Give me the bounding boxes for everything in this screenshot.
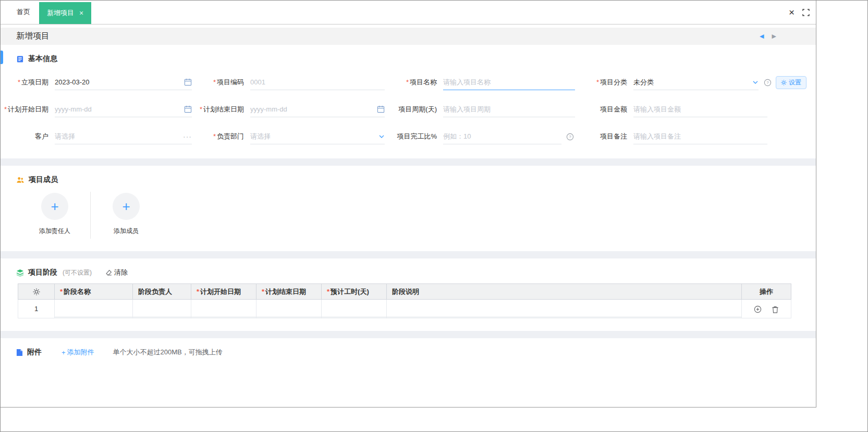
phases-header: 项目阶段 (可不设置) 清除 <box>1 258 816 277</box>
required-mark: * <box>406 78 409 86</box>
phase-plan-end-input[interactable] <box>256 300 321 317</box>
add-owner-button[interactable]: + 添加责任人 <box>27 193 83 236</box>
help-icon[interactable]: ? <box>764 79 772 87</box>
add-member-circle[interactable]: + <box>113 193 140 220</box>
page-header: 新增项目 ◀ ▶ <box>1 28 816 45</box>
project-period-control <box>443 102 575 117</box>
phase-est-hours-input[interactable] <box>322 300 386 317</box>
project-name-control <box>443 75 575 90</box>
col-header-plan-start: *计划开始日期 <box>191 284 256 300</box>
phase-owner-input[interactable] <box>133 300 191 317</box>
plan-start-label: *计划开始日期 <box>1 105 55 114</box>
project-category-label-text: 项目分类 <box>600 78 627 86</box>
help-icon[interactable]: ? <box>566 133 574 141</box>
column-settings-gear-icon[interactable] <box>33 288 40 295</box>
required-mark: * <box>213 132 216 140</box>
col-header-text: 阶段说明 <box>392 288 419 295</box>
page-title: 新增项目 <box>16 31 50 42</box>
calendar-icon[interactable] <box>184 105 192 113</box>
chevron-down-icon[interactable] <box>378 133 385 140</box>
customer-input[interactable] <box>55 129 180 144</box>
prev-arrow-icon[interactable]: ◀ <box>760 33 764 40</box>
col-header-phase-owner: 阶段负责人 <box>133 284 191 300</box>
col-header-text: 计划开始日期 <box>200 288 241 295</box>
field-plan-start: *计划开始日期 <box>1 101 196 118</box>
project-category-control <box>633 75 759 90</box>
required-mark: * <box>18 78 20 86</box>
department-select[interactable] <box>250 129 375 144</box>
col-header-text: 预计工时(天) <box>331 288 369 295</box>
phase-description-input[interactable] <box>387 300 741 317</box>
add-row-icon[interactable] <box>754 305 762 313</box>
gear-icon <box>781 80 787 85</box>
completion-pct-control <box>443 129 561 144</box>
members-divider <box>90 192 91 239</box>
add-owner-label: 添加责任人 <box>39 227 70 236</box>
calendar-icon[interactable] <box>377 105 385 113</box>
calendar-icon[interactable] <box>184 78 192 86</box>
plan-end-input[interactable] <box>250 102 374 117</box>
plan-start-input[interactable] <box>55 102 181 117</box>
next-arrow-icon[interactable]: ▶ <box>772 33 776 40</box>
delete-row-icon[interactable] <box>772 305 779 313</box>
plus-icon: + <box>51 200 58 213</box>
clear-icon <box>105 269 112 276</box>
project-period-input[interactable] <box>443 102 575 117</box>
project-amount-label-text: 项目金额 <box>600 105 627 113</box>
add-attachment-button[interactable]: + 添加附件 <box>62 348 94 357</box>
tab-home[interactable]: 首页 <box>8 1 39 24</box>
col-header-text: 阶段负责人 <box>138 288 172 295</box>
attachments-header: 附件 + 添加附件 单个大小不超过200MB，可拖拽上传 <box>1 338 816 357</box>
members-row: + 添加责任人 + 添加成员 <box>1 193 816 239</box>
sidebar-toggle[interactable] <box>1 51 3 64</box>
plus-icon: + <box>62 349 66 356</box>
department-control <box>250 129 385 144</box>
required-mark: * <box>4 105 7 113</box>
project-code-label-text: 项目编码 <box>217 78 244 86</box>
section-divider <box>1 331 816 338</box>
project-remark-input[interactable] <box>633 129 767 144</box>
chevron-down-icon[interactable] <box>752 79 759 85</box>
fullscreen-icon[interactable] <box>802 9 810 16</box>
project-date-input[interactable] <box>55 75 181 90</box>
completion-pct-input[interactable] <box>443 129 561 144</box>
project-amount-input[interactable] <box>633 102 767 117</box>
project-code-label: *项目编码 <box>196 78 250 87</box>
tab-close-icon[interactable]: × <box>79 9 83 17</box>
category-settings-button[interactable]: 设置 <box>776 76 806 89</box>
col-header-actions: 操作 <box>742 284 791 300</box>
clear-phases-button[interactable]: 清除 <box>105 268 128 277</box>
project-name-input[interactable] <box>443 75 575 90</box>
plan-start-label-text: 计划开始日期 <box>8 105 48 113</box>
field-project-code: *项目编码 <box>196 74 389 91</box>
phases-note: (可不设置) <box>63 268 92 277</box>
field-project-amount: 项目金额 <box>579 101 816 118</box>
project-category-select[interactable] <box>633 75 749 90</box>
close-icon[interactable]: × <box>789 7 794 17</box>
section-divider <box>1 158 816 166</box>
phase-table: *阶段名称 阶段负责人 *计划开始日期 *计划结束日期 *预计工时(天) 阶段说… <box>18 283 791 318</box>
field-completion-pct: 项目完工比% ? <box>389 128 579 145</box>
project-date-label: *立项日期 <box>1 78 55 87</box>
project-amount-control <box>633 102 767 117</box>
field-department: *负责部门 <box>196 128 389 145</box>
project-code-input[interactable] <box>250 75 385 90</box>
tab-new-project[interactable]: 新增项目 × <box>39 2 91 24</box>
phase-name-input[interactable] <box>55 300 132 317</box>
main-content: 基本信息 *立项日期 *项目编码 <box>1 45 816 408</box>
customer-control: ··· <box>55 129 192 144</box>
completion-pct-label: 项目完工比% <box>389 132 443 141</box>
section-attachments: 附件 + 添加附件 单个大小不超过200MB，可拖拽上传 <box>1 338 816 408</box>
add-member-button[interactable]: + 添加成员 <box>98 193 154 236</box>
form-row-3: 客户 ··· *负责部门 项目完工比% <box>1 128 816 145</box>
ellipsis-picker-icon[interactable]: ··· <box>183 132 192 141</box>
customer-label-text: 客户 <box>35 132 48 140</box>
add-owner-circle[interactable]: + <box>41 193 68 220</box>
col-header-text: 阶段名称 <box>64 288 91 295</box>
svg-text:?: ? <box>766 80 769 85</box>
attachments-title: 附件 <box>27 348 42 357</box>
project-period-label-text: 项目周期(天) <box>398 105 437 113</box>
project-amount-label: 项目金额 <box>579 105 633 114</box>
phase-plan-start-input[interactable] <box>191 300 256 317</box>
form-row-2: *计划开始日期 *计划结束日期 <box>1 101 816 118</box>
